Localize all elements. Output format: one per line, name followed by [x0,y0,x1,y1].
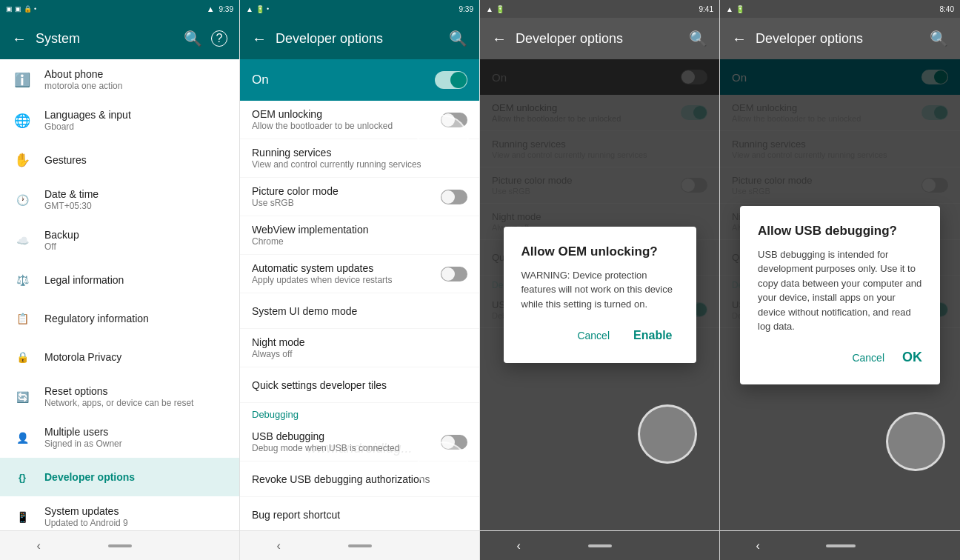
search-icon-1[interactable]: 🔍 [184,30,202,47]
panels-container: ▣ ▣ 🔒 • ▲ 9:39 ← System 🔍 ? ℹ️ About pho… [0,0,960,560]
sidebar-item-users[interactable]: 👤 Multiple users Signed in as Owner [0,417,239,458]
datetime-icon: 🕐 [12,190,33,210]
toggle-thumb [450,72,467,88]
developer-title: Developer options [44,471,227,483]
oem-enable-button[interactable]: Enable [627,326,678,345]
sidebar-item-datetime[interactable]: 🕐 Date & time GMT+05:30 [0,179,239,220]
about-subtitle: motorola one action [44,81,227,91]
oem-cancel-button[interactable]: Cancel [571,326,616,345]
developer-on-row[interactable]: On [240,59,479,101]
back-icon-3[interactable]: ← [492,30,507,47]
languages-icon: 🌐 [12,110,33,131]
dev-item-nightmode[interactable]: Night mode Always off [240,329,479,367]
back-icon-1[interactable]: ← [12,30,27,47]
status-icons-2: ▲ 🔋 • [246,5,269,13]
search-icon-3[interactable]: 🔍 [689,30,707,47]
backup-subtitle: Off [44,241,227,252]
oem-toggle[interactable] [441,113,467,127]
appbar-2: ← Developer options 🔍 [240,18,479,59]
oem-dialog-body: WARNING: Device protection features will… [521,268,679,312]
sidebar-item-gestures[interactable]: ✋ Gestures [0,141,239,179]
dev-item-colormode[interactable]: Picture color mode Use sRGB [240,178,479,216]
usb-cancel-button[interactable]: Cancel [846,349,890,367]
panel-system: ▣ ▣ 🔒 • ▲ 9:39 ← System 🔍 ? ℹ️ About pho… [0,0,240,560]
gestures-icon: ✋ [12,150,33,170]
sidebar-item-developer[interactable]: {} Developer options [0,458,239,496]
nav-bottom-3: ‹ [480,530,719,560]
search-icon-4[interactable]: 🔍 [930,30,948,47]
running-subtitle: View and control currently running servi… [252,159,467,170]
backup-icon: ☁️ [12,230,33,251]
panel-developer-main: ▲ 🔋 • 9:39 ← Developer options 🔍 On OEM … [240,0,480,560]
sysupdates-subtitle: Updated to Android 9 [44,518,227,528]
battery-icon-2: 🔋 [256,5,264,13]
dev-item-running[interactable]: Running services View and control curren… [240,139,479,178]
privacy-lock-icon: 🔒 [12,347,33,367]
status-icons-left-1: ▣ ▣ 🔒 • [6,5,36,13]
sidebar-item-backup[interactable]: ☁️ Backup Off [0,220,239,261]
developer-icon: {} [12,467,33,487]
bugreport-title: Bug report shortcut [252,509,467,521]
webview-subtitle: Chrome [252,236,467,247]
nav-bottom-1: ‹ [0,530,239,560]
nav-back-4[interactable]: ‹ [750,533,765,559]
reset-subtitle: Network, apps, or device can be reset [44,398,227,408]
dev-item-autoupdates[interactable]: Automatic system updates Apply updates w… [240,255,479,293]
dev-item-quicktiles[interactable]: Quick settings developer tiles [240,367,479,403]
help-icon-1[interactable]: ? [211,30,227,47]
sidebar-item-sysupdates[interactable]: 📱 System updates Updated to Android 9 [0,496,239,530]
colormode-toggle-thumb [441,190,455,204]
dev-item-bugreport[interactable]: Bug report shortcut [240,497,479,530]
dev-item-sysdemo[interactable]: System UI demo mode [240,293,479,329]
search-icon-2[interactable]: 🔍 [449,30,467,47]
nav-back-2[interactable]: ‹ [271,533,287,559]
languages-title: Languages & input [44,109,227,121]
battery-icon-3: 🔋 [496,5,504,13]
dev-item-oem[interactable]: OEM unlocking Allow the bootloader to be… [240,101,479,139]
back-icon-4[interactable]: ← [732,30,747,47]
back-icon-2[interactable]: ← [252,30,267,47]
dev-item-webview[interactable]: WebView implementation Chrome [240,216,479,255]
nav-back-1[interactable]: ‹ [31,533,47,559]
wifi-icon: ▲ [207,4,215,13]
oem-title: OEM unlocking [252,108,441,120]
dev-item-revoke[interactable]: Revoke USB debugging authorizations [240,461,479,497]
nav-pill-1 [108,544,132,547]
sidebar-item-about[interactable]: ℹ️ About phone motorola one action [0,59,239,100]
status-bar-4: ▲ 🔋 8:40 [720,0,960,18]
developer-toggle[interactable] [435,71,467,89]
usb-dialog-title: Allow USB debugging? [758,224,922,239]
developer-list-mid: OEM unlocking Allow the bootloader to be… [240,101,479,530]
nav-back-3[interactable]: ‹ [511,533,527,559]
regulatory-title: Regulatory information [44,313,227,324]
appbar-3: ← Developer options 🔍 [480,18,719,59]
nightmode-title: Night mode [252,336,467,348]
colormode-toggle[interactable] [441,190,467,204]
status-bar-3: ▲ 🔋 9:41 [480,0,719,18]
appbar-1: ← System 🔍 ? [0,18,239,59]
sidebar-item-privacy[interactable]: 🔒 Motorola Privacy [0,338,239,376]
usbdebug-toggle[interactable] [441,435,467,450]
oem-dialog-title: Allow OEM unlocking? [521,244,679,259]
usb-dialog-actions: Cancel OK [758,349,922,367]
debugging-section-label: Debugging [252,409,467,420]
appbar-title-2: Developer options [276,31,440,47]
running-title: Running services [252,147,467,159]
sidebar-item-regulatory[interactable]: 📋 Regulatory information [0,299,239,338]
sidebar-item-reset[interactable]: 🔄 Reset options Network, apps, or device… [0,376,239,417]
autoupdates-toggle-thumb [441,267,455,281]
notification-icon: ▣ [6,5,13,13]
usb-ok-button[interactable]: OK [902,349,922,367]
gestures-title: Gestures [44,154,227,166]
appbar-title-3: Developer options [516,31,680,47]
colormode-subtitle: Use sRGB [252,198,441,208]
sidebar-item-legal[interactable]: ⚖️ Legal information [0,261,239,299]
usb-dialog-body: USB debugging is intended for developmen… [758,247,922,334]
dialog-overlay-oem: Allow OEM unlocking? WARNING: Device pro… [480,59,719,530]
sidebar-item-languages[interactable]: 🌐 Languages & input Gboard [0,100,239,141]
dev-item-usbdebug[interactable]: USB debugging Debug mode when USB is con… [240,423,479,461]
nav-pill-2 [348,544,372,547]
section-debugging: Debugging [240,403,479,423]
status-time-1: 9:39 [219,5,233,13]
autoupdates-toggle[interactable] [441,267,467,281]
